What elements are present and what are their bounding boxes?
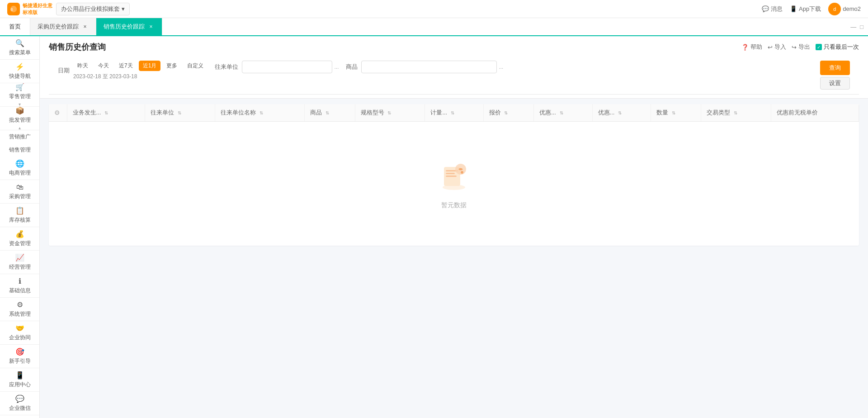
table-body: 暂元数据 — [49, 122, 859, 246]
counterpart-input[interactable] — [242, 61, 332, 73]
sidebar-item-quick-nav[interactable]: ⚡ 快捷导航 — [0, 60, 39, 83]
chevron-up-icon: ▴ — [19, 125, 21, 130]
date-btn-yesterday[interactable]: 昨天 — [73, 61, 92, 71]
target-icon: 🎯 — [15, 347, 24, 356]
date-btn-last1m[interactable]: 近1月 — [139, 61, 161, 71]
minimize-icon[interactable]: — — [850, 24, 856, 30]
download-icon: 📱 — [790, 5, 797, 12]
sidebar-item-basic-info[interactable]: ℹ 基础信息 — [0, 274, 39, 298]
svg-rect-6 — [446, 176, 457, 177]
col-unit[interactable]: 计量... ⇅ — [425, 104, 483, 122]
sidebar-item-ecommerce[interactable]: 🌐 电商管理 — [0, 157, 39, 180]
user-profile[interactable]: d demo2 — [828, 3, 861, 15]
page-title-row: 销售历史价查询 ❓ 帮助 ↩ 导入 ↪ 导出 — [49, 42, 859, 52]
sort-icon: ⇅ — [387, 110, 391, 115]
col-quantity[interactable]: 数量 ⇅ — [651, 104, 701, 122]
logo: 6 畅捷通好生意 标准版 — [7, 2, 52, 15]
message-btn[interactable]: 💬 消息 — [762, 5, 783, 13]
checkbox-icon — [816, 44, 822, 50]
col-discount2[interactable]: 优惠... ⇅ — [592, 104, 651, 122]
settings-button[interactable]: 设置 — [820, 77, 850, 90]
account-selector[interactable]: 办公用品行业模拟账套 ▾ — [56, 3, 130, 15]
col-settings: ⚙ — [49, 104, 67, 122]
help-btn[interactable]: ❓ 帮助 — [741, 43, 762, 51]
date-btn-custom[interactable]: 自定义 — [183, 61, 208, 71]
sidebar-item-purchase[interactable]: 🛍 采购管理 — [0, 180, 39, 204]
sidebar-item-inventory[interactable]: 📋 库存核算 — [0, 204, 39, 227]
maximize-icon[interactable]: □ — [860, 24, 863, 30]
date-btn-last7[interactable]: 近7天 — [115, 61, 137, 71]
col-counterpart-name[interactable]: 往来单位名称 ⇅ — [215, 104, 305, 122]
date-filter-group: 日期 昨天 今天 近7天 近1月 更多 自定义 2023-02-18 至 202… — [58, 61, 208, 81]
tab-window-controls: — □ — [846, 18, 868, 35]
counterpart-input-wrap: ... — [242, 61, 339, 73]
counterpart-search-icon[interactable]: ... — [334, 64, 339, 70]
date-btn-more[interactable]: 更多 — [162, 61, 181, 71]
gear-icon: ⚙ — [17, 300, 23, 309]
col-discount1[interactable]: 优惠... ⇅ — [534, 104, 592, 122]
col-quote[interactable]: 报价 ⇅ — [483, 104, 533, 122]
page-header: 销售历史价查询 ❓ 帮助 ↩ 导入 ↪ 导出 — [40, 36, 868, 99]
col-product[interactable]: 商品 ⇅ — [305, 104, 355, 122]
sidebar-item-app-center[interactable]: 📱 应用中心 — [0, 368, 39, 392]
sidebar-item-search-menu[interactable]: 🔍 搜索菜单 — [0, 36, 39, 60]
tab-sales-history[interactable]: 销售历史价跟踪 × — [96, 18, 162, 35]
sidebar-item-marketing[interactable]: 营销推广 — [0, 130, 39, 143]
bag-icon: 🛍 — [16, 183, 24, 191]
tab-purchase-history[interactable]: 采购历史价跟踪 × — [30, 18, 96, 35]
sidebar-item-system[interactable]: ⚙ 系统管理 — [0, 298, 39, 321]
tab-sales-close[interactable]: × — [147, 23, 155, 30]
sort-icon: ⇅ — [178, 110, 181, 115]
sort-icon: ⇅ — [451, 110, 454, 115]
sidebar-item-sales[interactable]: 销售管理 — [0, 143, 39, 157]
table-container: ⚙ 业务发生... ⇅ 往来单位 ⇅ 往来单位名称 ⇅ — [40, 99, 868, 418]
sort-icon: ⇅ — [326, 110, 329, 115]
sidebar-item-retail[interactable]: 🛒 零售管理 ▾ — [0, 83, 39, 107]
query-button[interactable]: 查询 — [820, 61, 850, 75]
sort-icon: ⇅ — [672, 110, 675, 115]
product-input[interactable] — [361, 61, 497, 73]
cart-icon: 🛒 — [15, 83, 24, 91]
product-search-icon[interactable]: ... — [499, 64, 503, 70]
col-counterpart-code[interactable]: 往来单位 ⇅ — [145, 104, 215, 122]
col-spec[interactable]: 规格型号 ⇅ — [355, 104, 425, 122]
import-icon: ↩ — [768, 44, 773, 51]
svg-rect-5 — [446, 173, 455, 174]
tab-home-label: 首页 — [9, 23, 21, 31]
tab-home[interactable]: 首页 — [0, 18, 30, 35]
avatar: d — [828, 3, 841, 15]
sidebar-item-enterprise[interactable]: 🤝 企业协同 — [0, 321, 39, 345]
export-btn[interactable]: ↪ 导出 — [792, 43, 810, 51]
date-range-display: 2023-02-18 至 2023-03-18 — [73, 73, 208, 81]
app-download-btn[interactable]: 📱 App下载 — [790, 5, 821, 13]
logo-text: 畅捷通好生意 标准版 — [23, 2, 52, 15]
col-trade-type[interactable]: 交易类型 ⇅ — [701, 104, 771, 122]
table-header: ⚙ 业务发生... ⇅ 往来单位 ⇅ 往来单位名称 ⇅ — [49, 104, 859, 122]
date-btn-today[interactable]: 今天 — [94, 61, 113, 71]
box-icon: 📦 — [15, 106, 24, 115]
filter-action-btns: 查询 设置 — [820, 61, 850, 90]
sidebar-item-operations[interactable]: 📈 经营管理 — [0, 251, 39, 274]
col-biz-date[interactable]: 业务发生... ⇅ — [67, 104, 145, 122]
product-input-wrap: ... — [361, 61, 503, 73]
product-label: 商品 — [346, 63, 358, 71]
sort-icon: ⇅ — [259, 110, 263, 115]
svg-text:6: 6 — [11, 7, 13, 11]
tab-sales-label: 销售历史价跟踪 — [104, 23, 145, 31]
import-btn[interactable]: ↩ 导入 — [768, 43, 786, 51]
counterpart-filter-group: 往来单位 ... — [215, 61, 339, 73]
only-last-checkbox[interactable]: 只看最后一次 — [816, 43, 859, 51]
sidebar-item-finance[interactable]: 💰 资金管理 — [0, 227, 39, 251]
col-pretax-price[interactable]: 优惠前无税单价 — [771, 104, 859, 122]
topbar: 6 畅捷通好生意 标准版 办公用品行业模拟账套 ▾ 💬 消息 📱 App下载 d… — [0, 0, 868, 18]
tab-purchase-close[interactable]: × — [81, 23, 89, 30]
export-icon: ↪ — [792, 44, 797, 51]
page-title: 销售历史价查询 — [49, 42, 106, 52]
sidebar-item-guide[interactable]: 🎯 新手引导 — [0, 345, 39, 368]
sidebar-item-wechat[interactable]: 💬 企业微信 — [0, 392, 39, 415]
table-settings-icon[interactable]: ⚙ — [54, 109, 60, 116]
sidebar-item-vip[interactable]: ⭐ 畅会员 — [0, 415, 39, 418]
content-area: 销售历史价查询 ❓ 帮助 ↩ 导入 ↪ 导出 — [40, 36, 868, 418]
sort-icon: ⇅ — [618, 110, 622, 115]
sidebar-item-wholesale[interactable]: 📦 批发管理 ▴ — [0, 107, 39, 130]
